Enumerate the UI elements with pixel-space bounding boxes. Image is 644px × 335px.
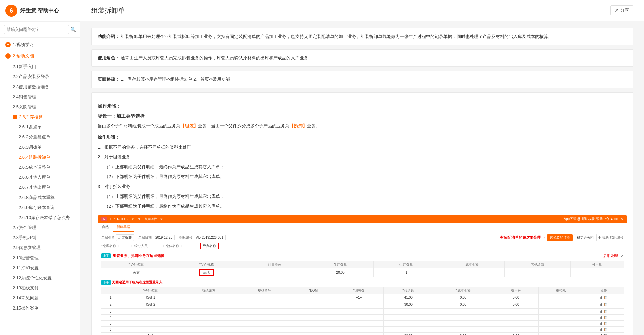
ss-close[interactable]: ✕	[620, 217, 623, 221]
sidebar-item-cases[interactable]: 2.15操作案例	[13, 303, 80, 313]
sidebar-item-transfer[interactable]: 2.6.3调拨单	[19, 142, 80, 152]
scene1-desc: 当由多个子件材料组装成一个成品的业务为【组装】业务，当由一个父件拆分成多个子产品…	[98, 122, 627, 130]
content-header: 组装拆卸单 ↗ 分享	[80, 0, 644, 21]
ss-badge-orange: 预期调货一天	[143, 217, 164, 222]
sidebar-item-video[interactable]: + 1.视频学习	[0, 39, 80, 50]
ss-upper-th-6: 其他金额	[505, 261, 571, 268]
sidebar-item-mobile[interactable]: 2.8手机旺铺	[13, 233, 80, 243]
ss-warehouse[interactable]	[118, 245, 132, 247]
ss-upper-cell-highlight: 品名	[199, 269, 214, 276]
table-row: 5 🗑 📋	[101, 320, 624, 326]
sidebar-item-capital[interactable]: 2.7资金管理	[13, 223, 80, 233]
table-row: 4 🗑 📋	[101, 314, 624, 320]
step-3: 3、对于拆装业务	[98, 183, 627, 190]
logo-area: 6 好生意 帮助中心	[0, 0, 80, 22]
main-content: 组装拆卸单 ↗ 分享 功能介绍： 组装拆卸单用来处理企业组装或拆卸等加工业务，支…	[80, 0, 644, 335]
app-title: 好生意 帮助中心	[20, 7, 59, 14]
ss-upper-th-4: 生产数量	[373, 261, 439, 268]
ss-date-value[interactable]: 2019-12-26	[153, 235, 175, 240]
highlight-assembly: 【组装】	[180, 123, 198, 128]
ss-form-area: 单据类型 组装拆卸 单据日期 2019-12-26 单据编号 AD-201912…	[98, 232, 627, 252]
sidebar-item-purchase[interactable]: 2.5采购管理	[13, 102, 80, 112]
highlight-disassembly: 【拆卸】	[289, 123, 307, 128]
sidebar-item-install[interactable]: 2.2产品安装及登录	[13, 72, 80, 82]
step-3-1: （1）上部明细为父件明细，最终作为原材料生成其它出库单；	[98, 192, 627, 200]
ss-btn-confirm[interactable]: 确定并关闭	[574, 234, 597, 241]
role-label: 使用角色：	[98, 55, 119, 60]
inventory-minus-icon: −	[13, 115, 17, 119]
steps-block: 操作步骤： 场景一：加工类型选择 当由多个子件材料组装成一个成品的业务为【组装】…	[91, 92, 633, 335]
search-icon[interactable]: 🔍	[70, 27, 76, 32]
sidebar-item-voucher[interactable]: 2.9优惠券管理	[13, 243, 80, 253]
ss-handler[interactable]	[150, 245, 164, 247]
ss-btn-select[interactable]: 选择装配清单	[547, 234, 573, 241]
sidebar-item-data-prep[interactable]: 2.3使用前数据准备	[13, 82, 80, 92]
ss-date-label: 单据日期	[138, 235, 152, 240]
ss-upper-th-7: 可用量	[571, 261, 624, 268]
sidebar-item-partial-stocktake[interactable]: 2.6.2分量盘点单	[19, 132, 80, 142]
ss-upper-th-2: 计量单位	[242, 261, 308, 268]
step-1: 1、根据不同的业务，选择不同单据的类型来处理	[98, 143, 627, 151]
ss-right-menu: App下载 @ 帮助模块 帮助中心 ▲ cc	[564, 217, 618, 221]
sidebar-item-sales[interactable]: 2.4销售管理	[13, 92, 80, 102]
search-box[interactable]: 🔍	[0, 22, 80, 38]
ss-sub-label3: 仓位名称	[166, 244, 179, 248]
ss-tab-new[interactable]: 新建单据	[113, 223, 134, 232]
ss-logo: 6	[101, 217, 107, 221]
sidebar-item-stocktake[interactable]: 2.6.1盘点单	[19, 122, 80, 132]
ss-input-box: 经办名称	[200, 243, 219, 249]
ss-upper-th-3: 生产数量	[308, 261, 373, 268]
ss-upper-th-5: 成本金额	[439, 261, 505, 268]
path-block: 页面路径： 1、库存核算->库存管理->组装拆卸单 2、首页->常用功能	[91, 71, 633, 88]
ss-tab-home[interactable]: 自然	[98, 223, 113, 232]
sidebar-item-docs[interactable]: − 2.帮助文档	[0, 50, 80, 62]
ss-footer-row: 合计 99.00 0.00 0.00 0.00	[101, 332, 624, 335]
share-button[interactable]: ↗ 分享	[610, 5, 633, 15]
share-icon: ↗	[615, 8, 619, 13]
ss-type-label: 单据类型	[101, 235, 115, 240]
ss-store-code: TEST-H002	[109, 217, 128, 221]
role-text: 通常由生产人员或库管人员完成拆装业务的操作，库管人员确认原材料的出库和产成品的入…	[121, 55, 308, 60]
ss-lower-table-container: *子件名称 商品编码 规格型号 *BOM *调整数 *领退数 *成本金额 费用分…	[98, 287, 627, 335]
ss-no-value[interactable]: AD-20191226-001	[194, 235, 226, 240]
annotation3: 启用处理	[603, 253, 618, 258]
sidebar-item-online-pay[interactable]: 2.13在线支付	[13, 283, 80, 293]
sidebar-item-other-out[interactable]: 2.6.7其他出库单	[19, 182, 80, 192]
ss-type-value[interactable]: 组装拆卸	[116, 234, 134, 241]
sidebar-item-cost-recalc[interactable]: 2.6.8商品成本重算	[19, 192, 80, 203]
sidebar-item-account-error[interactable]: 2.6.10库存账本错了怎么办	[19, 213, 80, 223]
sidebar: 6 好生意 帮助中心 🔍 + 1.视频学习 − 2.帮助文档 2.1新手入门 2…	[0, 0, 80, 335]
step-2-1: （1）上部明细为父件明细，最终作为产成品生成其它入库单；	[98, 163, 627, 171]
ss-badge-upper: 上半	[101, 253, 111, 258]
sidebar-item-custom[interactable]: 2.12系统个性化设置	[13, 273, 80, 283]
table-row: 3 🗑 📋	[101, 308, 624, 314]
sidebar-item-assembly[interactable]: 2.6.4组装拆卸单	[19, 152, 80, 162]
step-3-2: （2）下部明细为子件明细，最终作为产成品生成其它入库单。	[98, 202, 627, 210]
sidebar-item-stock-check[interactable]: 2.6.9库存账本查询	[19, 203, 80, 213]
page-title: 组装拆卸单	[91, 6, 125, 15]
annotation1: 有装配清单的在这里处理	[500, 235, 541, 240]
sidebar-item-operations[interactable]: 2.10经营管理	[13, 253, 80, 263]
sidebar-item-print[interactable]: 2.11打印设置	[13, 263, 80, 273]
role-block: 使用角色： 通常由生产人员或库管人员完成拆装业务的操作，库管人员确认原材料的出库…	[91, 49, 633, 67]
sidebar-item-cost-adjust[interactable]: 2.6.5成本调整单	[19, 162, 80, 172]
annotation2: 组装业务、拆卸业务在这里选择	[113, 253, 164, 258]
screenshot-container: 6 TEST-H002 ▼ ⚙ 预期调货一天 App下载 @ 帮助模块 帮助中心…	[98, 215, 627, 335]
ss-upper-th-0: *父件名称	[101, 261, 171, 268]
sidebar-item-inventory[interactable]: − 2.6库存核算	[13, 112, 80, 122]
sidebar-item-other-in[interactable]: 2.6.6其他入库单	[19, 172, 80, 182]
nav-sub-docs: 2.1新手入门 2.2产品安装及登录 2.3使用前数据准备 2.4销售管理 2.…	[0, 62, 80, 313]
sidebar-item-newcomer[interactable]: 2.1新手入门	[13, 62, 80, 72]
ss-upper-table: *父件名称 *父件规格 计量单位 生产数量 生产数量 成本金额 其他金额 可用量	[101, 261, 624, 277]
ss-location[interactable]	[181, 245, 195, 247]
nav-sub-inventory: 2.6.1盘点单 2.6.2分量盘点单 2.6.3调拨单 2.6.4组装拆卸单 …	[13, 122, 80, 223]
intro-label: 功能介绍：	[98, 34, 119, 39]
sidebar-item-faq[interactable]: 2.14常见问题	[13, 293, 80, 303]
intro-block: 功能介绍： 组装拆卸单用来处理企业组装或拆卸等加工业务，支持有固定装配清单的产品…	[91, 28, 633, 45]
ss-upper-table-container: *父件名称 *父件规格 计量单位 生产数量 生产数量 成本金额 其他金额 可用量	[98, 261, 627, 279]
ss-upper-th-1: *父件规格	[171, 261, 242, 268]
ss-lower-label-row: 下半 无固定适用于组装在这里置重录入	[98, 279, 627, 286]
search-input[interactable]	[4, 25, 69, 34]
intro-text: 组装拆卸单用来处理企业组装或拆卸等加工业务，支持有固定装配清单的产品加工业务，也…	[121, 34, 552, 39]
scene1-title: 场景一：加工类型选择	[98, 113, 627, 119]
